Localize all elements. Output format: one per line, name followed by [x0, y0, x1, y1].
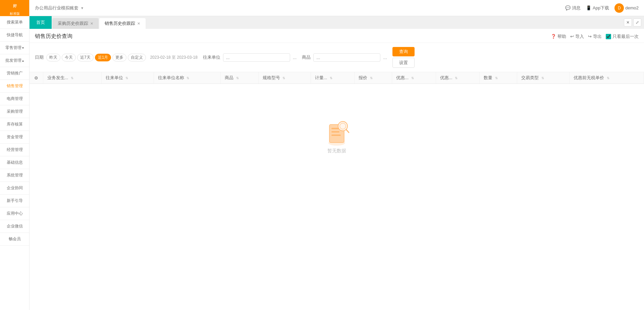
- settings-button[interactable]: 设置: [392, 58, 415, 68]
- svg-rect-6: [331, 131, 339, 133]
- date-range-text: 2023-02-18 至 2023-03-18: [150, 55, 197, 60]
- user-info[interactable]: D demo2: [614, 3, 639, 13]
- partner-input[interactable]: [223, 53, 290, 62]
- col-partner-label: 往来单位: [106, 75, 123, 80]
- page-actions: ❓ 帮助 ↩ 导入 ↪ 导出 只看最后一次: [551, 34, 639, 40]
- wholesale-label: 批发管理: [5, 58, 21, 63]
- retail-arrow: ▾: [22, 46, 24, 50]
- partner-filter-group: 往来单位 ...: [203, 53, 297, 62]
- tab-purchase-close[interactable]: ✕: [90, 21, 93, 26]
- sidebar-item-finance[interactable]: 资金管理: [0, 131, 29, 144]
- search-button[interactable]: 查询: [392, 47, 415, 56]
- tab-sales-history[interactable]: 销售历史价跟踪 ✕: [99, 18, 146, 29]
- tab-close-all-btn[interactable]: ✕: [624, 18, 632, 27]
- sidebar-item-wholesale[interactable]: 批发管理 ▴: [0, 54, 29, 67]
- sidebar-item-operations[interactable]: 经营管理: [0, 144, 29, 156]
- sidebar-item-newbie[interactable]: 新手引导: [0, 195, 29, 207]
- partner-dots[interactable]: ...: [293, 55, 297, 60]
- date-btn-custom[interactable]: 自定义: [128, 54, 146, 61]
- table-col-partner-name[interactable]: 往来单位名称 ⇅: [154, 72, 221, 84]
- sidebar-item-sales[interactable]: 销售管理: [0, 80, 29, 93]
- table-col-qty[interactable]: 数量 ⇅: [480, 72, 517, 84]
- tab-purchase-history[interactable]: 采购历史价跟踪 ✕: [52, 18, 99, 29]
- sidebar-item-wechat[interactable]: 企业微信: [0, 220, 29, 233]
- shortcuts-label: 快捷导航: [7, 33, 23, 37]
- page-content: 销售历史价查询 ❓ 帮助 ↩ 导入 ↪ 导出 只看最后一次: [30, 29, 644, 310]
- sidebar-item-system[interactable]: 系统管理: [0, 169, 29, 182]
- col-unit-label: 计量...: [315, 75, 327, 80]
- search-menu-label: 搜索菜单: [7, 19, 23, 25]
- username: demo2: [625, 5, 639, 10]
- svg-text:好: 好: [12, 4, 17, 8]
- col-biz-date-label: 业务发生...: [47, 75, 68, 80]
- topbar-dropdown-icon[interactable]: ▾: [81, 6, 83, 10]
- date-btn-7days[interactable]: 近7天: [77, 54, 94, 61]
- sidebar-item-purchase[interactable]: 采购管理: [0, 105, 29, 118]
- tab-home[interactable]: 首页: [30, 16, 52, 29]
- col-partner-name-label: 往来单位名称: [158, 75, 184, 80]
- import-label: 导入: [575, 34, 584, 40]
- newbie-label: 新手引导: [7, 198, 23, 203]
- tab-fullscreen-btn[interactable]: ⤢: [633, 18, 641, 27]
- sort-partner: ⇅: [125, 76, 128, 80]
- topbar-title: 办公用品行业模拟账套: [35, 5, 78, 11]
- col-discount2-label: 优惠...: [440, 75, 452, 80]
- sort-trade-type: ⇅: [541, 76, 544, 80]
- tabs-right-controls: ✕ ⤢: [624, 16, 644, 29]
- sidebar: 好 标准版 搜索菜单 快捷导航 零售管理 ▾ 批发管理 ▴ 营销推广 销售管理 …: [0, 0, 30, 310]
- logo-tagline: 标准版: [10, 11, 20, 16]
- sort-unit: ⇅: [330, 76, 332, 80]
- table-col-spec[interactable]: 规格型号 ⇅: [258, 72, 311, 84]
- import-btn[interactable]: ↩ 导入: [570, 34, 584, 40]
- table-col-price-notax[interactable]: 优惠前无税单价 ⇅: [570, 72, 644, 84]
- ecommerce-label: 电商管理: [7, 96, 23, 101]
- table-col-unit[interactable]: 计量... ⇅: [311, 72, 354, 84]
- retail-label: 零售管理: [5, 45, 21, 51]
- sort-price-notax: ⇅: [607, 76, 609, 80]
- product-input[interactable]: [313, 53, 380, 62]
- table-container: ⚙ 业务发生... ⇅ 往来单位 ⇅ 往来单位名称 ⇅: [30, 72, 644, 310]
- date-btn-1month[interactable]: 近1月: [95, 54, 111, 61]
- message-btn[interactable]: 💬 消息: [565, 5, 581, 11]
- tab-sales-close[interactable]: ✕: [137, 21, 140, 26]
- only-last-toggle[interactable]: 只看最后一次: [606, 34, 639, 40]
- data-table: ⚙ 业务发生... ⇅ 往来单位 ⇅ 往来单位名称 ⇅: [30, 72, 644, 84]
- sidebar-item-search[interactable]: 搜索菜单: [0, 16, 29, 29]
- sidebar-item-shortcuts[interactable]: 快捷导航: [0, 29, 29, 42]
- date-btn-today[interactable]: 今天: [62, 54, 76, 61]
- date-btn-yesterday[interactable]: 昨天: [46, 54, 60, 61]
- app-download-btn[interactable]: 📱 App下载: [586, 5, 609, 11]
- table-col-product[interactable]: 商品 ⇅: [221, 72, 258, 84]
- purchase-label: 采购管理: [7, 109, 23, 114]
- help-btn[interactable]: ❓ 帮助: [551, 34, 566, 40]
- only-last-checkbox[interactable]: [606, 34, 611, 39]
- export-btn[interactable]: ↪ 导出: [588, 34, 602, 40]
- product-dots[interactable]: ...: [383, 55, 387, 60]
- sidebar-item-member[interactable]: 畅会员: [0, 233, 29, 246]
- partner-filter-label: 往来单位: [203, 54, 220, 60]
- sidebar-item-basics[interactable]: 基础信息: [0, 156, 29, 169]
- table-col-discount1[interactable]: 优惠... ⇅: [392, 72, 436, 84]
- sidebar-item-appcenter[interactable]: 应用中心: [0, 207, 29, 220]
- sidebar-item-marketing[interactable]: 营销推广: [0, 67, 29, 80]
- app-logo[interactable]: 好 标准版: [0, 0, 29, 16]
- gear-icon[interactable]: ⚙: [34, 75, 38, 81]
- sidebar-item-enterprise[interactable]: 企业协同: [0, 182, 29, 195]
- table-col-quote[interactable]: 报价 ⇅: [355, 72, 392, 84]
- table-col-partner[interactable]: 往来单位 ⇅: [101, 72, 154, 84]
- date-btn-more[interactable]: 更多: [112, 54, 126, 61]
- sidebar-item-retail[interactable]: 零售管理 ▾: [0, 42, 29, 54]
- table-col-trade-type[interactable]: 交易类型 ⇅: [517, 72, 570, 84]
- tab-sales-label: 销售历史价跟踪: [105, 20, 135, 27]
- svg-rect-7: [331, 135, 341, 136]
- avatar-text: D: [618, 6, 621, 10]
- wechat-label: 企业微信: [7, 224, 23, 228]
- table-col-gear[interactable]: ⚙: [30, 72, 43, 84]
- table-col-discount2[interactable]: 优惠... ⇅: [436, 72, 479, 84]
- sidebar-item-ecommerce[interactable]: 电商管理: [0, 93, 29, 105]
- col-discount1-label: 优惠...: [396, 75, 409, 80]
- sidebar-item-inventory[interactable]: 库存核算: [0, 118, 29, 131]
- topbar-left: 办公用品行业模拟账套 ▾: [35, 5, 83, 11]
- table-col-biz-date[interactable]: 业务发生... ⇅: [43, 72, 101, 84]
- inventory-label: 库存核算: [7, 122, 23, 126]
